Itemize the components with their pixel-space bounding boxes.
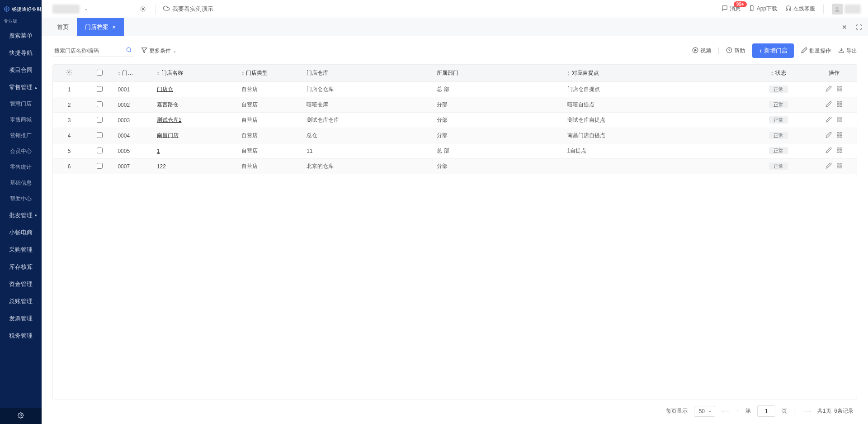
org-settings-button[interactable] (137, 4, 148, 14)
video-label: 视频 (700, 47, 711, 55)
sidebar-item-retail-mgmt[interactable]: 零售管理 (0, 79, 42, 96)
page-prefix: 第 (745, 407, 751, 415)
demo-link[interactable]: 我要看实例演示 (163, 5, 213, 13)
row-checkbox[interactable] (97, 148, 103, 153)
row-code: 0004 (114, 128, 153, 143)
row-checkbox[interactable] (97, 117, 103, 123)
row-pickup: 1自提点 (564, 143, 746, 159)
sidebar-subitem-retail-mall[interactable]: 零售商城 (0, 112, 42, 128)
play-icon (692, 47, 698, 55)
sidebar-subitem-basic-info[interactable]: 基础信息 (0, 175, 42, 191)
sidebar-item-quick-nav[interactable]: 快捷导航 (0, 44, 42, 62)
video-link[interactable]: 视频 (692, 47, 711, 55)
sidebar-item-invoice-mgmt[interactable]: 发票管理 (0, 310, 42, 327)
row-edit-icon[interactable] (826, 162, 832, 170)
export-button[interactable]: 导出 (838, 47, 857, 55)
sidebar-item-wholesale-mgmt[interactable]: 批发管理 (0, 207, 42, 224)
row-warehouse: 11 (303, 143, 433, 159)
row-edit-icon[interactable] (826, 116, 832, 124)
row-more-icon[interactable] (836, 116, 843, 124)
user-menu[interactable] (832, 4, 861, 14)
add-store-button[interactable]: + 新增门店 (752, 43, 794, 58)
close-all-tabs-button[interactable]: ✕ (839, 22, 850, 33)
online-service-button[interactable]: 在线客服 (785, 5, 815, 13)
row-status: 正常 (746, 82, 811, 97)
col-status-header[interactable]: ▲▼状态 (746, 65, 811, 82)
search-icon[interactable] (126, 47, 132, 54)
row-checkbox[interactable] (97, 132, 103, 138)
row-more-icon[interactable] (836, 101, 843, 109)
svg-rect-35 (837, 163, 839, 165)
fullscreen-button[interactable] (854, 22, 864, 33)
svg-rect-27 (837, 133, 839, 134)
row-department: 总 部 (433, 82, 563, 97)
app-download-button[interactable]: App下载 (749, 5, 777, 13)
sidebar-item-project-contract[interactable]: 项目合同 (0, 62, 42, 79)
sidebar-item-gl-mgmt[interactable]: 总账管理 (0, 293, 42, 310)
table-row: 30003测试仓库1自营店测试仓库仓库分部测试仓库自提点正常 (53, 113, 857, 128)
sidebar-settings[interactable] (0, 408, 42, 424)
sidebar-item-search-menu[interactable]: 搜索菜单 (0, 27, 42, 44)
row-edit-icon[interactable] (826, 147, 832, 155)
status-badge: 正常 (769, 101, 788, 108)
chevron-down-icon: ⌄ (84, 6, 88, 12)
org-name-blurred (52, 5, 80, 14)
sidebar-subitem-retail-stats[interactable]: 零售统计 (0, 159, 42, 175)
sidebar-subitem-help-center[interactable]: 帮助中心 (0, 191, 42, 207)
col-warehouse-header: 门店仓库 (303, 65, 433, 82)
messages-button[interactable]: 消息 99+ (722, 5, 741, 13)
row-more-icon[interactable] (836, 147, 843, 155)
sidebar-item-inventory[interactable]: 库存核算 (0, 258, 42, 276)
row-more-icon[interactable] (836, 162, 843, 170)
sidebar-subitem-smart-store[interactable]: 智慧门店 (0, 96, 42, 112)
sidebar-subitem-marketing[interactable]: 营销推广 (0, 128, 42, 143)
store-name-link[interactable]: 门店仓 (157, 86, 173, 92)
tab-home[interactable]: 首页 (49, 18, 77, 36)
row-edit-icon[interactable] (826, 132, 832, 139)
close-icon[interactable]: × (112, 24, 116, 31)
per-page-select[interactable]: 50 (694, 406, 715, 417)
col-pickup-header[interactable]: ▲▼对应自提点 (564, 65, 746, 82)
row-warehouse: 总仓 (303, 128, 433, 143)
batch-ops-button[interactable]: 批量操作 (801, 47, 831, 55)
search-input[interactable] (52, 45, 134, 57)
row-edit-icon[interactable] (826, 86, 832, 93)
demo-link-label: 我要看实例演示 (172, 5, 213, 13)
row-checkbox[interactable] (97, 101, 103, 107)
tab-store-archive[interactable]: 门店档案 × (77, 18, 124, 36)
last-page-icon[interactable]: ⟹ (803, 408, 811, 414)
row-more-icon[interactable] (836, 86, 843, 93)
sidebar-item-tax-mgmt[interactable]: 税务管理 (0, 327, 42, 344)
store-name-link[interactable]: 测试仓库1 (157, 117, 182, 123)
prev-page-icon[interactable]: 〈 (734, 407, 739, 415)
col-settings[interactable] (53, 65, 85, 82)
col-code-header[interactable]: ▲▼门… (114, 65, 153, 82)
phone-icon (749, 5, 755, 13)
help-link[interactable]: 帮助 (726, 47, 745, 55)
next-page-icon[interactable]: 〉 (793, 407, 799, 415)
gear-icon (18, 412, 24, 420)
row-edit-icon[interactable] (826, 101, 832, 109)
select-all-checkbox[interactable] (97, 70, 103, 76)
row-checkbox[interactable] (97, 163, 103, 169)
sidebar-subitem-member-center[interactable]: 会员中心 (0, 143, 42, 159)
page-input[interactable] (757, 405, 775, 417)
col-type-header[interactable]: ▲▼门店类型 (238, 65, 303, 82)
store-name-link[interactable]: 122 (157, 163, 166, 170)
sidebar-item-fund-mgmt[interactable]: 资金管理 (0, 276, 42, 293)
row-checkbox-cell (85, 159, 114, 174)
col-name-header[interactable]: ▲▼门店名称 (153, 65, 238, 82)
org-selector[interactable]: ⌄ (49, 4, 130, 14)
more-filters-button[interactable]: 更多条件 ⌄ (141, 47, 176, 55)
sidebar-item-purchase-mgmt[interactable]: 采购管理 (0, 241, 42, 258)
store-name-link[interactable]: 1 (157, 148, 160, 154)
row-code: 0007 (114, 159, 153, 174)
store-name-link[interactable]: 嘉言路仓 (157, 101, 179, 108)
store-name-link[interactable]: 南昌门店 (157, 132, 179, 138)
first-page-icon[interactable]: ⟸ (722, 408, 729, 414)
row-checkbox[interactable] (97, 86, 103, 92)
svg-rect-31 (837, 148, 839, 150)
row-more-icon[interactable] (836, 132, 843, 139)
row-pickup: 门店仓自提点 (564, 82, 746, 97)
sidebar-item-ecom[interactable]: 小畅电商 (0, 224, 42, 241)
